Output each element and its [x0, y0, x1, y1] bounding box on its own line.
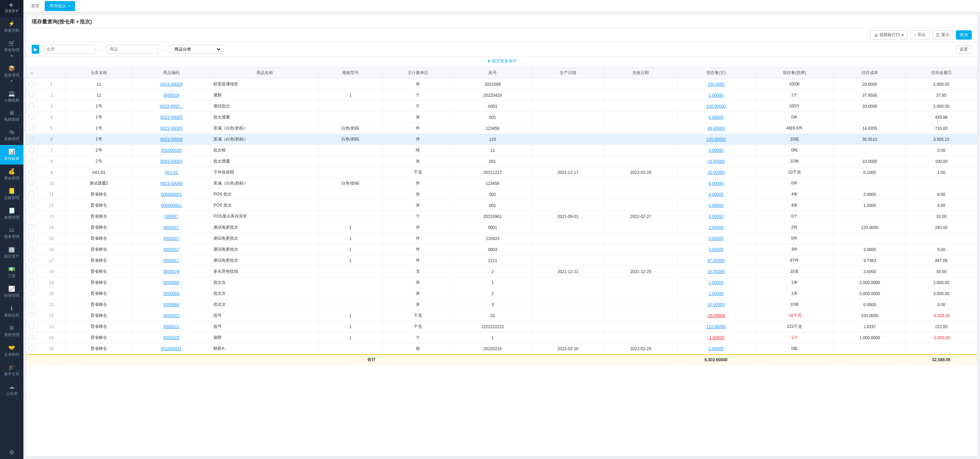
row-code[interactable]: 0023-0000...: [132, 101, 211, 112]
table-row[interactable]: 14 晋省粮仓 0000017 测试电更批次 1 件 0001 2.00000 …: [26, 222, 977, 233]
row-checkbox[interactable]: [26, 211, 38, 222]
table-row[interactable]: 9 A01-01 A01-01 子件保质期 千克 20211217 2021-1…: [26, 167, 977, 178]
sidebar-item-base[interactable]: ℹ 基础信息: [0, 302, 24, 321]
row-qty-main[interactable]: 87.00000: [677, 255, 755, 266]
row-code[interactable]: 001000031: [132, 343, 211, 355]
row-code[interactable]: 001000026: [132, 145, 211, 156]
row-checkbox[interactable]: [26, 200, 38, 211]
row-checkbox[interactable]: [26, 112, 38, 123]
row-qty-main[interactable]: -16.00000: [677, 310, 755, 321]
sidebar-search-label[interactable]: 搜索菜单: [0, 9, 24, 13]
row-checkbox[interactable]: [26, 156, 38, 167]
row-checkbox[interactable]: [26, 310, 38, 321]
row-code[interactable]: 0000029: [132, 90, 211, 101]
row-qty-main[interactable]: 2.00000: [677, 222, 755, 233]
view-button[interactable]: ☰ 显示: [932, 30, 953, 40]
row-code[interactable]: 0000078: [132, 266, 211, 277]
sidebar-item-cloud[interactable]: ☁ 云应用: [0, 380, 24, 400]
row-checkbox[interactable]: [26, 79, 38, 90]
sidebar-item-ecom-small[interactable]: 💻 小额电商: [0, 87, 24, 107]
sidebar-search[interactable]: 🔍 搜索菜单: [0, 0, 24, 17]
th-checkbox[interactable]: ○: [26, 67, 38, 79]
product-input[interactable]: [107, 45, 158, 54]
row-code[interactable]: 0000084: [132, 277, 211, 288]
sidebar-item-inventory[interactable]: 📊 库存核算: [0, 145, 24, 164]
filter-expand-button[interactable]: ▼ 展开更多条件: [487, 58, 517, 64]
row-qty-main[interactable]: 0.00000: [677, 112, 755, 123]
tab-inventory-batch[interactable]: 库存批次 ×: [45, 1, 75, 11]
table-row[interactable]: 5 1号 0023-00005 富減（白色/奶棕） 白色/奶棕 件 123456…: [26, 123, 977, 134]
row-qty-main[interactable]: 10.00000: [677, 299, 755, 310]
row-qty-main[interactable]: 100.00000: [677, 134, 755, 145]
category-select[interactable]: 商品分类: [170, 45, 222, 54]
row-qty-main[interactable]: 122.00000: [677, 321, 755, 332]
filter-arrow-button[interactable]: ▶: [32, 45, 39, 54]
table-row[interactable]: 2 11 0000029 黛斯 1 个 20220429 1.00000 1个 …: [26, 90, 977, 101]
sidebar-item-ledger[interactable]: 📒 总账管理: [0, 184, 24, 204]
sidebar-item-ecom[interactable]: 🖥 电商管理: [0, 107, 24, 126]
table-row[interactable]: 10 测试透覆2 0023-00008 富減（白色/奶棕） 白色/奶棕 件 12…: [26, 178, 977, 189]
table-row[interactable]: 8 2号 0023-00005 批次透覆 米 001 10.00000 10米 …: [26, 156, 977, 167]
table-row[interactable]: 3 1号 0023-0000... 测试批次 斤 A001 100.00000 …: [26, 101, 977, 112]
sidebar-item-ops[interactable]: 📈 经营管理: [0, 282, 24, 302]
row-code[interactable]: 0000017: [132, 255, 211, 266]
table-row[interactable]: 18 晋省粮仓 0000078 多头异色纹线 支 2 2021-12-21 20…: [26, 266, 977, 277]
row-qty-main[interactable]: 49.60000: [677, 123, 755, 134]
row-code[interactable]: 0000017: [132, 222, 211, 233]
sidebar-item-invoice[interactable]: 🧾 发票管理: [0, 204, 24, 223]
sidebar-settings-button[interactable]: ⚙: [0, 446, 24, 459]
row-qty-main[interactable]: 4.00000: [677, 189, 755, 200]
query-button[interactable]: 查询: [956, 30, 972, 40]
row-qty-main[interactable]: 3.00000: [677, 244, 755, 255]
row-code[interactable]: 000900001: [132, 200, 211, 211]
table-row[interactable]: 13 晋省粮仓 000097 POS显示库存异常 个 20210901 2021…: [26, 211, 977, 222]
table-row[interactable]: 16 晋省粮仓 0000017 测试电更批次 1 件 0003 3.00000 …: [26, 244, 977, 255]
row-code[interactable]: 000900001: [132, 189, 211, 200]
row-checkbox[interactable]: [26, 288, 38, 299]
row-code[interactable]: 0000029: [132, 332, 211, 343]
warehouse-input[interactable]: [43, 45, 95, 54]
sidebar-item-salary[interactable]: 💵 工资: [0, 262, 24, 282]
table-row[interactable]: 25 晋省粮仓 001000031 鲜奶A 箱 20220216 2022-02…: [26, 343, 977, 355]
row-code[interactable]: 0000012: [132, 321, 211, 332]
sidebar-item-tax[interactable]: 🗂 税务管理: [0, 223, 24, 243]
row-checkbox[interactable]: [26, 189, 38, 200]
row-qty-main[interactable]: 10.00000: [677, 156, 755, 167]
row-checkbox[interactable]: [26, 145, 38, 156]
settings-button[interactable]: 设置: [956, 45, 972, 54]
row-qty-main[interactable]: 0.00000: [677, 178, 755, 189]
table-row[interactable]: 4 1号 0023-00005 批次透覆 米 001 0.00000 0米 44…: [26, 112, 977, 123]
row-code[interactable]: 0000012: [132, 310, 211, 321]
row-qty-main[interactable]: 0.00000: [677, 233, 755, 244]
sidebar-item-retail[interactable]: 🛒 零售管理 ▾: [0, 37, 24, 62]
export-button[interactable]: ↑ 导出: [910, 30, 929, 40]
table-row[interactable]: 15 晋省粮仓 0000017 测试电更批次 1 件 210423 0.0000…: [26, 233, 977, 244]
tab-home[interactable]: 首页: [26, 1, 44, 11]
sidebar-item-nav[interactable]: ⚡ 快捷导航: [0, 17, 24, 37]
row-qty-main[interactable]: 4.00000: [677, 200, 755, 211]
row-qty-main[interactable]: -1.00000: [677, 332, 755, 343]
sidebar-item-asset[interactable]: 🏢 固定资产: [0, 243, 24, 262]
row-checkbox[interactable]: [26, 233, 38, 244]
table-row[interactable]: 21 晋省粮仓 0000084 批次次 米 3 10.00000 10米 0.0…: [26, 299, 977, 310]
row-checkbox[interactable]: [26, 101, 38, 112]
row-code[interactable]: 0023-00009: [132, 79, 211, 90]
row-qty-main[interactable]: 10.00000: [677, 167, 755, 178]
row-checkbox[interactable]: [26, 167, 38, 178]
table-row[interactable]: 12 晋省粮仓 000900001 POS 批次 米 001 4.00000 4…: [26, 200, 977, 211]
table-row[interactable]: 7 2号 001000026 批次框 吨 11 0.00000 0吨 0.00: [26, 145, 977, 156]
sidebar-item-finance[interactable]: 💰 资金管理: [0, 164, 24, 184]
row-code[interactable]: 0023-00005: [132, 112, 211, 123]
row-checkbox[interactable]: [26, 222, 38, 233]
table-row[interactable]: 1 11 0023-00009 软宽道通地垫 米 2021098 100.000…: [26, 79, 977, 90]
row-checkbox[interactable]: [26, 134, 38, 145]
row-code[interactable]: 0023-00005: [132, 156, 211, 167]
sidebar-item-collab[interactable]: 🤝 企业协同: [0, 341, 24, 360]
row-code[interactable]: 0000017: [132, 244, 211, 255]
row-checkbox[interactable]: [26, 332, 38, 343]
row-checkbox[interactable]: [26, 277, 38, 288]
row-qty-main[interactable]: 1.00000: [677, 277, 755, 288]
row-qty-main[interactable]: 0.00000: [677, 343, 755, 355]
row-qty-main[interactable]: 1.00000: [677, 90, 755, 101]
row-code[interactable]: 000097: [132, 211, 211, 222]
